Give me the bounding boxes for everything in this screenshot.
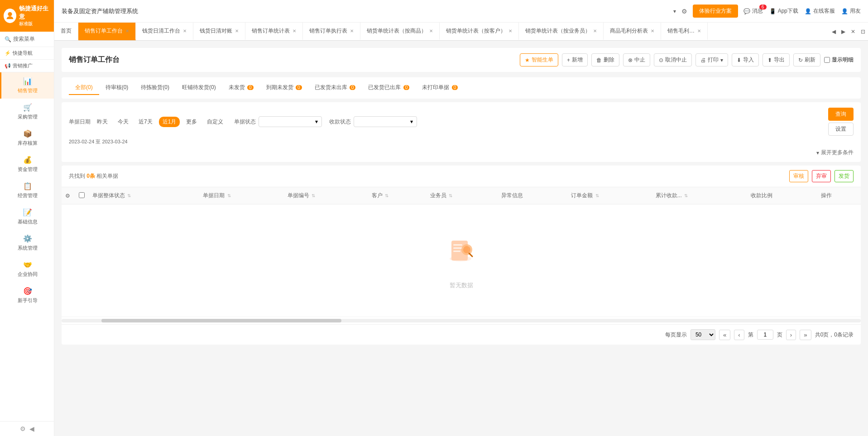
- date-custom[interactable]: 自定义: [203, 117, 227, 127]
- last-page-btn[interactable]: »: [800, 330, 811, 340]
- tab-close-stats[interactable]: ✕: [293, 28, 296, 33]
- filter-tab-pending[interactable]: 待审核(0): [99, 81, 135, 95]
- date-1month[interactable]: 近1月: [159, 117, 180, 127]
- collapse-btn[interactable]: ◀: [29, 425, 34, 432]
- scrollbar-thumb[interactable]: [101, 319, 341, 322]
- quick-nav-item[interactable]: ⚡ 快捷导航: [0, 47, 54, 60]
- refresh-btn[interactable]: ↻ 刷新: [793, 53, 820, 66]
- audit-btn[interactable]: 审核: [789, 170, 808, 182]
- next-page-btn[interactable]: ›: [786, 330, 796, 340]
- col-number: 单据编号 ⇅: [284, 187, 368, 204]
- sidebar-item-sales[interactable]: 📊 销售管理: [0, 72, 54, 99]
- online-service-btn[interactable]: 👤 在线客服: [805, 7, 835, 15]
- select-all-checkbox[interactable]: [79, 192, 85, 198]
- sort-amount-icon[interactable]: ⇅: [595, 193, 599, 198]
- message-btn[interactable]: 💬 消息 6: [743, 7, 763, 15]
- export-btn[interactable]: ⬆ 导出: [762, 53, 790, 66]
- tab-daily-clear[interactable]: 钱货日清工作台 ✕: [136, 23, 193, 40]
- tab-sales-exec[interactable]: 销售订单执行表 ✕: [303, 23, 360, 40]
- stop-btn[interactable]: ⊗ 中止: [623, 53, 650, 66]
- tab-expand[interactable]: ⊡: [858, 25, 868, 38]
- col-checkbox[interactable]: [75, 187, 89, 204]
- sidebar-item-purchase[interactable]: 🛒 采购管理: [0, 99, 54, 125]
- import-btn[interactable]: ⬇ 导入: [732, 53, 759, 66]
- user-menu[interactable]: 👤 用友: [841, 7, 861, 15]
- tab-close-exec[interactable]: ✕: [350, 28, 354, 33]
- sort-number-icon[interactable]: ⇅: [312, 193, 315, 198]
- tab-close-profit[interactable]: ✕: [651, 28, 654, 33]
- tab-scroll-right[interactable]: ▶: [839, 25, 848, 38]
- quick-nav-icon: ⚡: [5, 50, 11, 56]
- search-menu[interactable]: 🔍 搜索菜单: [0, 32, 54, 47]
- date-yesterday[interactable]: 昨天: [93, 117, 111, 127]
- add-btn[interactable]: + 新增: [562, 53, 588, 66]
- tab-close-sales[interactable]: ✕: [125, 28, 129, 33]
- system-dropdown[interactable]: ▾: [673, 8, 676, 14]
- sort-status-icon[interactable]: ⇅: [127, 193, 131, 198]
- filter-tab-shipped-not-out[interactable]: 已发货未出库 0: [308, 81, 362, 95]
- sort-customer-icon[interactable]: ⇅: [385, 193, 388, 198]
- date-today[interactable]: 今天: [114, 117, 132, 127]
- sidebar-item-finance[interactable]: 💰 资金管理: [0, 151, 54, 177]
- print-btn[interactable]: 🖨 打印 ▾: [695, 53, 728, 66]
- status-select[interactable]: ▾: [259, 116, 322, 127]
- filter-tab-inspect[interactable]: 待拣验货(0): [134, 81, 176, 95]
- filter-tab-shipped-out[interactable]: 已发货已出库 0: [362, 81, 416, 95]
- tab-sales-customer[interactable]: 销货单统计表（按客户） ✕: [440, 23, 519, 40]
- tab-sales-staff[interactable]: 销货单统计表（按业务员） ✕: [519, 23, 604, 40]
- sort-staff-icon[interactable]: ⇅: [449, 193, 452, 198]
- tab-close-daily[interactable]: ✕: [183, 28, 187, 33]
- tab-close-all[interactable]: ✕: [848, 25, 858, 38]
- settings-icon[interactable]: ⚙: [681, 8, 687, 15]
- sidebar-item-operations[interactable]: 📋 经营管理: [0, 177, 54, 204]
- payment-select[interactable]: ▾: [354, 116, 417, 127]
- page-size-select[interactable]: 10 20 50 100: [691, 329, 715, 340]
- date-more[interactable]: 更多: [182, 117, 201, 127]
- ship-btn[interactable]: 发货: [834, 170, 854, 182]
- col-settings[interactable]: ⚙: [62, 187, 75, 204]
- first-page-btn[interactable]: «: [719, 330, 730, 340]
- prev-page-btn[interactable]: ‹: [734, 330, 744, 340]
- expand-conditions-btn[interactable]: ▾ 展开更多条件: [816, 149, 854, 156]
- tab-close-sales-profit[interactable]: ✕: [697, 28, 701, 33]
- tab-close-product[interactable]: ✕: [429, 28, 433, 33]
- tab-close-staff[interactable]: ✕: [593, 28, 597, 33]
- delete-btn[interactable]: 🗑 删除: [591, 53, 619, 66]
- industry-btn[interactable]: 体验行业方案: [693, 5, 738, 18]
- tab-home[interactable]: 首页: [54, 23, 78, 40]
- sidebar-item-collab[interactable]: 🤝 企业协同: [0, 256, 54, 282]
- filter-tab-all[interactable]: 全部(0): [69, 81, 99, 95]
- smart-create-btn[interactable]: ★ 智能生单: [520, 53, 558, 66]
- cancel-stop-btn[interactable]: ⊙ 取消中止: [654, 53, 692, 66]
- filter-tab-unprinted[interactable]: 未打印单据 0: [416, 81, 464, 95]
- show-detail-checkbox[interactable]: 显示明细: [824, 56, 854, 64]
- app-logo: 畅捷通好生意 标准版: [0, 0, 54, 32]
- marketing-item[interactable]: 📢 营销推广: [0, 60, 54, 72]
- filter-tab-wangpu[interactable]: 旺铺待发货(0): [176, 81, 222, 95]
- sidebar-item-system[interactable]: ⚙️ 系统管理: [0, 230, 54, 256]
- app-download-btn[interactable]: 📱 App下载: [769, 7, 798, 15]
- tab-sales-product[interactable]: 销货单统计表（按商品） ✕: [360, 23, 440, 40]
- filter-tab-overdue[interactable]: 到期未发货 0: [260, 81, 308, 95]
- sidebar-item-inventory[interactable]: 📦 库存核算: [0, 125, 54, 151]
- tab-close-reconcile[interactable]: ✕: [235, 28, 239, 33]
- horizontal-scrollbar[interactable]: [62, 319, 861, 322]
- tab-reconcile[interactable]: 钱货日清对账 ✕: [193, 23, 245, 40]
- settings-bottom-btn[interactable]: ⚙: [20, 425, 26, 432]
- sort-cumulative-icon[interactable]: ⇅: [684, 193, 688, 198]
- tab-profit[interactable]: 商品毛利分析表 ✕: [604, 23, 661, 40]
- tab-sales-workbench[interactable]: 销售订单工作台 ✕: [78, 23, 136, 40]
- set-btn[interactable]: 设置: [828, 123, 854, 136]
- date-7days[interactable]: 近7天: [135, 117, 156, 127]
- cancel-audit-btn[interactable]: 弃审: [812, 170, 831, 182]
- page-number-input[interactable]: [757, 330, 773, 340]
- sidebar-item-base[interactable]: 📝 基础信息: [0, 204, 54, 230]
- tab-close-customer[interactable]: ✕: [508, 28, 512, 33]
- tab-sales-profit[interactable]: 销售毛利… ✕: [661, 23, 708, 40]
- tab-scroll-left[interactable]: ◀: [829, 25, 839, 38]
- filter-tab-unshipped[interactable]: 未发货 0: [222, 81, 260, 95]
- sidebar-item-guide[interactable]: 🎯 新手引导: [0, 282, 54, 308]
- tab-sales-stats[interactable]: 销售订单统计表 ✕: [245, 23, 303, 40]
- sort-date-icon[interactable]: ⇅: [227, 193, 231, 198]
- query-btn[interactable]: 查询: [828, 108, 854, 121]
